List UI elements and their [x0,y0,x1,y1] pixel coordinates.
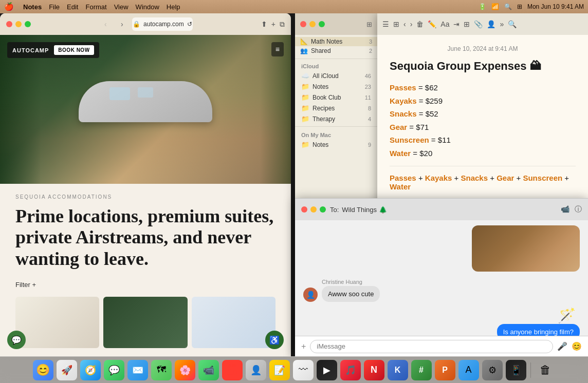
notes-font-icon[interactable]: Aa [440,20,449,28]
menu-format[interactable]: Format [85,3,106,11]
room-thumb-3[interactable] [192,297,275,348]
notes-nav-back-icon[interactable]: ‹ [403,20,406,28]
notes-list-icon[interactable]: ☰ [382,20,389,28]
notes-close-button[interactable] [300,21,306,27]
accessibility-button[interactable]: ♿ [265,331,284,349]
folder-all-icloud[interactable]: ☁️ All iCloud 46 [295,70,377,81]
browser-window: ‹ › 🔒 autocamp.com ↺ ⬆ + ⧉ [0,13,291,356]
notes-more-icon[interactable]: » [500,20,504,28]
notes-share-icon[interactable]: 👤 [487,20,495,28]
dock-freeform[interactable]: 〰 [293,360,314,380]
dock-keynote[interactable]: K [388,360,408,380]
dock-safari[interactable]: 🧭 [80,360,101,380]
msg-bubble-awww: Awww soo cute [322,286,380,302]
notes-minimize-button[interactable] [309,21,316,27]
folder-recipes[interactable]: 📁 Recipes 8 [295,103,377,113]
notes-search-icon[interactable]: 🔍 [508,20,517,28]
book-now-button[interactable]: BOOK NOW [54,45,94,55]
trash-icon: 🗑 [540,363,551,377]
share-icon[interactable]: ⬆ [261,20,267,28]
notes-maximize-button[interactable] [319,21,325,27]
dock-music[interactable]: 🎵 [340,360,361,380]
notes-indent-icon[interactable]: ⇥ [453,20,460,28]
compose-input[interactable] [310,340,553,353]
dock-sysprefs[interactable]: ⚙ [482,360,503,380]
messages-to: To: Wild Things 🌲 [330,206,557,214]
safari-icon: 🧭 [85,365,96,376]
folder-notes-local[interactable]: 📁 Notes 9 [295,139,377,150]
forward-button[interactable]: › [116,18,128,30]
tabs-icon[interactable]: ⧉ [280,20,285,29]
browser-titlebar: ‹ › 🔒 autocamp.com ↺ ⬆ + ⧉ [0,13,291,35]
dock-pages[interactable]: P [435,360,455,380]
back-button[interactable]: ‹ [99,18,112,30]
dock-launchpad[interactable]: 🚀 [57,360,77,380]
notes-attach-icon[interactable]: 📎 [474,20,483,28]
menu-edit[interactable]: Edit [67,3,78,11]
main-heading: Prime locations, premium suites, private… [15,206,275,270]
dock-iphone[interactable]: 📱 [506,360,526,380]
notes-content-titlebar: ☰ ⊞ ‹ › 🗑 ✏️ Aa ⇥ ⊞ 📎 👤 » 🔍 [377,13,588,35]
menu-help[interactable]: Help [167,3,180,11]
dock-contacts[interactable]: 👤 [246,360,266,380]
messages-maximize-button[interactable] [320,206,326,213]
compose-add-icon[interactable]: + [301,342,306,351]
address-bar[interactable]: 🔒 autocamp.com ↺ [132,17,192,31]
hero-image: AUTOCAMP BOOK NOW ≡ [0,35,291,184]
messages-video-icon[interactable]: 📹 [561,205,569,214]
notes-nav-fwd-icon[interactable]: › [410,20,413,28]
folder-therapy[interactable]: 📁 Therapy 4 [295,113,377,124]
notes-compose-icon[interactable]: ✏️ [428,20,436,28]
dock-trash[interactable]: 🗑 [535,360,556,380]
dock-maps[interactable]: 🗺 [151,360,172,380]
messages-close-button[interactable] [301,206,307,213]
dock-appletv[interactable]: ▶ [317,360,337,380]
pages-icon: P [442,366,448,375]
new-tab-icon[interactable]: + [271,20,275,28]
messages-photo [472,225,580,272]
notes-grid-view-icon[interactable]: ⊞ [393,20,399,28]
minimize-button[interactable] [15,21,22,27]
battery-icon: 🔋 [479,3,486,10]
room-thumb-2[interactable] [103,297,187,348]
dock-numbers[interactable]: # [411,360,432,380]
dock-messages[interactable]: 💬 [104,360,124,380]
reload-icon[interactable]: ↺ [187,21,192,28]
dock-facetime[interactable]: 📹 [198,360,219,380]
menu-view[interactable]: View [114,3,128,11]
dock-mail[interactable]: ✉️ [127,360,148,380]
notes-delete-icon[interactable]: 🗑 [416,20,424,28]
menu-app-name[interactable]: Notes [23,3,42,11]
dock-calendar[interactable]: JUN 10 [222,360,243,380]
apple-menu[interactable]: 🍎 [4,2,14,11]
folder-notes[interactable]: 📁 Notes 23 [295,81,377,92]
chat-button[interactable]: 💬 [7,331,26,349]
dock-news[interactable]: N [364,360,384,380]
messages-info-icon[interactable]: ⓘ [575,205,582,214]
control-center-icon[interactable]: ⊞ [517,3,522,10]
chat-icon: 💬 [11,335,22,345]
onmymac-header: On My Mac [295,129,377,139]
appletv-icon: ▶ [323,365,330,376]
dock-appstore[interactable]: A [458,360,479,380]
dock-notes[interactable]: 📝 [269,360,290,380]
notes-table-icon[interactable]: ⊞ [464,20,470,28]
line-gear: Gear = $71 [390,121,576,134]
notes-grid-icon[interactable]: ⊞ [366,21,372,28]
menu-window[interactable]: Window [136,3,159,11]
to-name: Wild Things 🌲 [342,206,387,214]
search-icon[interactable]: 🔍 [504,3,512,10]
close-button[interactable] [6,21,12,27]
dock-finder[interactable]: 😊 [33,360,53,380]
menu-file[interactable]: File [49,3,60,11]
room-thumb-1[interactable] [15,297,99,348]
messages-minimize-button[interactable] [310,206,317,213]
filter-link[interactable]: Filter + [15,281,36,289]
maps-icon: 🗺 [157,365,166,375]
dock-photos[interactable]: 🌸 [175,360,195,380]
maximize-button[interactable] [25,21,31,27]
audio-icon[interactable]: 🎤 [557,341,567,351]
hamburger-menu[interactable]: ≡ [271,42,284,56]
emoji-icon[interactable]: 😊 [572,341,582,351]
folder-book-club[interactable]: 📁 Book Club 11 [295,92,377,103]
